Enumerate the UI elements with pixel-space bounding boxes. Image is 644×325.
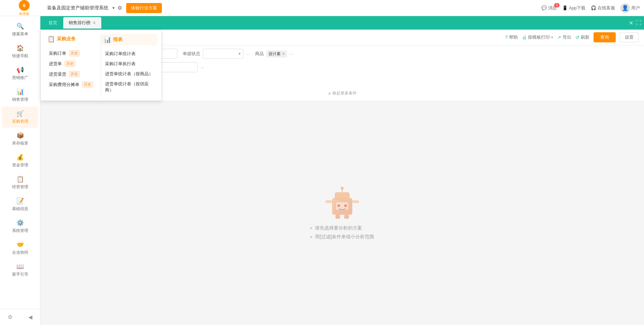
tab-home[interactable]: 首页: [43, 17, 63, 29]
sidebar-label-marketing: 营销推广: [12, 75, 28, 81]
sidebar-item-sales[interactable]: 📊 销售管理: [2, 85, 38, 106]
logo-area: 6 标准版: [4, 0, 44, 16]
dropdown-item-order-stats[interactable]: 采购订单统计表: [104, 49, 154, 59]
sidebar-label-purchase: 采购管理: [12, 119, 28, 124]
help-btn[interactable]: ? 帮助: [505, 34, 518, 40]
svg-rect-6: [335, 192, 350, 200]
sidebar-item-search-menu[interactable]: 🔍 搜索菜单: [2, 19, 38, 40]
online-service-item[interactable]: 🎧 在线客服: [591, 5, 615, 11]
sidebar-label-sales: 销售管理: [12, 97, 28, 103]
dropdown-item-order-exec[interactable]: 采购订单执行表: [104, 59, 154, 69]
sidebar-item-inventory[interactable]: 📦 库存核算: [2, 128, 38, 150]
sidebar-item-marketing[interactable]: 📢 营销推广: [2, 63, 38, 84]
dropdown-item-inbound-stats-goods[interactable]: 进货单统计表（按商品）: [104, 69, 154, 79]
sidebar-label-finance: 资金管理: [12, 162, 28, 168]
purchase-col-title: 📋 采购业务: [47, 35, 98, 45]
app-download-item[interactable]: 📱 App下载: [562, 5, 585, 11]
collapse-up-icon: ∧: [328, 91, 331, 96]
system-icon: ⚙️: [16, 219, 24, 227]
purchase-col-icon: 📋: [47, 35, 55, 43]
status-select[interactable]: [203, 49, 243, 59]
inbound-stats-supplier-label: 进货单统计表（按供应商）: [105, 81, 153, 93]
sidebar-label-quick-nav: 快捷导航: [12, 53, 28, 59]
sidebar-item-operations[interactable]: 📋 经营管理: [2, 172, 38, 193]
svg-rect-11: [335, 215, 340, 219]
query-btn[interactable]: 查询: [594, 32, 616, 42]
refresh-btn[interactable]: ↺ 刷新: [575, 34, 589, 40]
help-label: 帮助: [509, 34, 518, 40]
dropdown-item-expense[interactable]: 采购费用分摊单 历史: [47, 79, 98, 90]
refresh-label: 刷新: [581, 34, 589, 40]
collapse-btn[interactable]: ∧ 收起更多条件: [328, 90, 357, 96]
tab-close-all-icon[interactable]: ✕: [629, 20, 633, 26]
sidebar-label-system: 系统管理: [12, 228, 28, 234]
order-stats-label: 采购订单统计表: [105, 51, 136, 57]
purchase-order-label: 采购订单: [49, 50, 66, 56]
tab-close-icon[interactable]: ✕: [93, 21, 96, 25]
sidebar-label-search-menu: 搜索菜单: [12, 31, 28, 37]
sidebar-item-quick-nav[interactable]: 🏠 快捷导航: [2, 41, 38, 62]
sidebar-collapse-btn[interactable]: ◀: [26, 313, 35, 322]
reports-col: 📊 报表 采购订单统计表 采购订单执行表 进货单统计表（按商品） 进货单统计表（…: [101, 34, 157, 96]
print-dropdown-icon: ▾: [551, 35, 553, 40]
goods-tag-close[interactable]: ✕: [282, 52, 285, 56]
dropdown-item-purchase-order[interactable]: 采购订单 历史: [47, 48, 98, 58]
help-icon: ?: [505, 35, 508, 40]
export-btn[interactable]: ↗ 导出: [557, 34, 571, 40]
empty-text-line2: 用[过滤]条件来缩小分析范围: [310, 234, 374, 240]
empty-illustration: [322, 186, 362, 220]
headset-icon: 🎧: [591, 5, 596, 10]
inbound-history[interactable]: 历史: [65, 60, 75, 67]
phone-icon: 📱: [562, 5, 568, 10]
sidebar-label-basic-info: 基础信息: [12, 206, 28, 212]
empty-text: 请先选择要分析的方案 用[过滤]条件来缩小分析范围: [310, 225, 374, 240]
notification-item[interactable]: 💬 消息 9: [541, 5, 557, 11]
sidebar-item-guide[interactable]: 📖 新手引导: [2, 259, 38, 281]
user-avatar: 👤: [620, 3, 630, 13]
cooperation-icon: 🤝: [16, 241, 24, 248]
dropdown-item-inbound-stats-supplier[interactable]: 进货单统计表（按供应商）: [104, 79, 154, 95]
purchase-order-history[interactable]: 历史: [69, 50, 80, 56]
sidebar-item-basic-info[interactable]: 📝 基础信息: [2, 194, 38, 215]
print-btn[interactable]: 🖨 按模板打印 ▾: [522, 34, 553, 40]
svg-rect-10: [352, 200, 359, 203]
reports-col-icon: 📊: [104, 36, 111, 43]
sidebar-settings-btn[interactable]: ⚙: [5, 313, 15, 322]
sidebar-item-cooperation[interactable]: 🤝 企业协同: [2, 238, 38, 259]
return-history[interactable]: 历史: [69, 71, 80, 77]
sidebar-label-cooperation: 企业协同: [12, 250, 28, 255]
empty-svg: [322, 186, 362, 220]
collapse-label: 收起更多条件: [332, 90, 357, 96]
header-settings-icon[interactable]: ⚙: [117, 5, 122, 11]
logo-subtitle: 标准版: [19, 11, 29, 16]
empty-state: 请先选择要分析的方案 用[过滤]条件来缩小分析范围: [40, 101, 644, 325]
tab-sales-rank[interactable]: 销售排行榜 ✕: [63, 17, 101, 29]
tab-expand-icon[interactable]: ⛶: [636, 20, 641, 26]
search-menu-icon: 🔍: [16, 23, 24, 30]
basic-info-icon: 📝: [16, 197, 24, 205]
expense-history[interactable]: 历史: [82, 81, 93, 88]
system-dropdown-icon[interactable]: ▾: [112, 5, 115, 10]
reports-col-title: 📊 报表: [101, 34, 157, 45]
tab-bar-actions: ✕ ⛶: [629, 20, 641, 26]
sidebar-item-system[interactable]: ⚙️ 系统管理: [2, 216, 38, 237]
sidebar-item-purchase[interactable]: 🛒 采购管理: [2, 107, 38, 128]
dropdown-item-inbound[interactable]: 进货单 历史: [47, 58, 98, 69]
tab-bar: 首页 销售排行榜 ✕ ✕ ⛶: [40, 16, 644, 30]
inventory-icon: 📦: [16, 132, 24, 139]
sidebar-item-finance[interactable]: 💰 资金管理: [2, 150, 38, 171]
user-item[interactable]: 👤 用户: [620, 3, 640, 13]
inbound-stats-goods-label: 进货单统计表（按商品）: [105, 71, 153, 77]
tab-sales-rank-label: 销售排行榜: [69, 20, 91, 26]
dropdown-item-return[interactable]: 进货退货 历史: [47, 69, 98, 79]
status-dots[interactable]: ···: [246, 51, 250, 56]
goods-dots[interactable]: ···: [290, 51, 293, 56]
print-icon: 🖨: [522, 35, 527, 40]
salesperson-dots[interactable]: ···: [201, 65, 204, 70]
message-icon: 💬: [541, 5, 547, 10]
industry-btn[interactable]: 体验行业方案: [126, 3, 162, 13]
settings-btn[interactable]: 设置: [620, 32, 639, 42]
inbound-label: 进货单: [49, 61, 62, 67]
sidebar-label-inventory: 库存核算: [12, 140, 28, 146]
export-icon: ↗: [557, 35, 561, 40]
